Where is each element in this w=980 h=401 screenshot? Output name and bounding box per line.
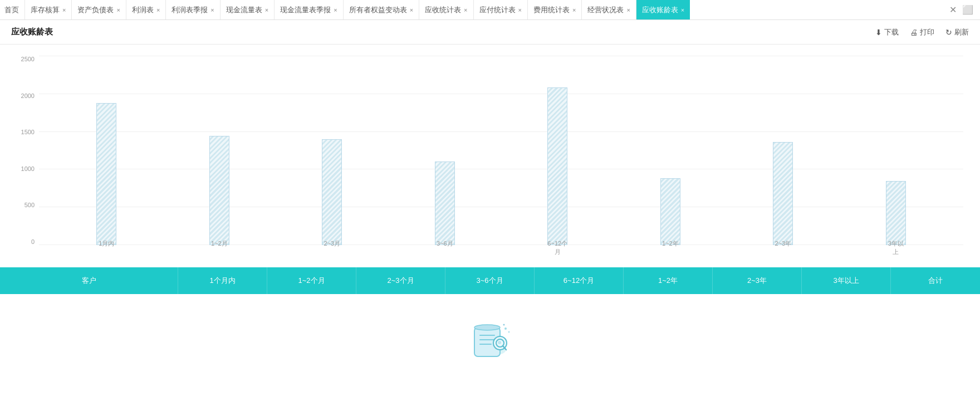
x-label-1-2year: 1~2年 xyxy=(660,239,680,256)
download-icon: ⬇ xyxy=(875,28,882,37)
tab-home-label: 首页 xyxy=(4,5,19,15)
tab-profit-quarterly-label: 利润表季报 xyxy=(171,5,208,15)
tab-receivable-stat-close[interactable]: × xyxy=(464,7,467,13)
tab-expense-stat[interactable]: 费用统计表 × xyxy=(528,0,582,20)
bar-3-6month xyxy=(435,162,455,245)
tab-equity-close[interactable]: × xyxy=(410,7,413,13)
refresh-button[interactable]: ↻ 刷新 xyxy=(945,27,969,37)
bar-group-1-2year xyxy=(660,178,680,245)
bar-group-1-2month xyxy=(209,136,229,245)
y-label-0: 0 xyxy=(31,238,35,245)
bars-row xyxy=(39,56,963,245)
header-actions: ⬇ 下载 🖨 打印 ↻ 刷新 xyxy=(875,27,969,37)
print-label: 打印 xyxy=(920,27,934,37)
tab-operating-label: 经营状况表 xyxy=(587,5,624,15)
x-label-2-3year: 2~3年 xyxy=(773,239,793,256)
tab-payable-stat-label: 应付统计表 xyxy=(479,5,516,15)
tab-payable-stat[interactable]: 应付统计表 × xyxy=(474,0,528,20)
refresh-label: 刷新 xyxy=(954,27,969,37)
tab-receivable-stat-label: 应收统计表 xyxy=(425,5,461,15)
empty-state-icon xyxy=(462,311,518,366)
tab-balance-label: 资产负债表 xyxy=(77,5,114,15)
download-label: 下载 xyxy=(884,27,899,37)
window-maximize-btn[interactable]: ⬜ xyxy=(962,4,973,15)
y-label-1500: 1500 xyxy=(21,129,35,135)
tab-expense-stat-close[interactable]: × xyxy=(572,7,576,13)
tab-home[interactable]: 首页 xyxy=(4,0,25,20)
tab-equity-label: 所有者权益变动表 xyxy=(349,5,407,15)
tab-cashflow-quarterly-label: 现金流量表季报 xyxy=(280,5,331,15)
x-label-1month: 1月内 xyxy=(96,239,116,256)
tab-operating-close[interactable]: × xyxy=(626,7,630,13)
th-6-12month: 6~12个月 xyxy=(535,267,624,294)
table-header: 客户 1个月内 1~2个月 2~3个月 3~6个月 6~12个月 1~2年 2~… xyxy=(0,267,980,294)
bar-2-3year xyxy=(773,142,793,245)
th-3plus: 3年以上 xyxy=(802,267,891,294)
tab-profit[interactable]: 利润表 × xyxy=(126,0,166,20)
download-button[interactable]: ⬇ 下载 xyxy=(875,27,899,37)
tab-cashflow-label: 现金流量表 xyxy=(226,5,262,15)
bar-group-3-6month xyxy=(435,162,455,245)
tab-cashflow-close[interactable]: × xyxy=(265,7,268,13)
tab-balance-close[interactable]: × xyxy=(116,7,120,13)
tab-aging[interactable]: 应收账龄表 × xyxy=(636,0,690,20)
y-label-2500-top: 2500 xyxy=(21,56,35,62)
tab-cashflow-quarterly-close[interactable]: × xyxy=(334,7,337,13)
tab-cashflow[interactable]: 现金流量表 × xyxy=(220,0,275,20)
bar-6-12month xyxy=(547,87,567,245)
bar-1-2year xyxy=(660,178,680,245)
tab-inventory[interactable]: 库存核算 × xyxy=(25,0,72,20)
refresh-icon: ↻ xyxy=(945,28,952,37)
tab-aging-close[interactable]: × xyxy=(681,7,684,13)
svg-point-14 xyxy=(503,324,505,326)
table-body xyxy=(0,294,980,383)
tab-profit-quarterly[interactable]: 利润表季报 × xyxy=(166,0,220,20)
th-total: 合计 xyxy=(891,267,980,294)
th-1-2year: 1~2年 xyxy=(624,267,713,294)
tab-expense-stat-label: 费用统计表 xyxy=(533,5,570,15)
th-2-3month: 2~3个月 xyxy=(356,267,445,294)
main-content: 2500 2000 1500 1000 500 0 xyxy=(0,45,980,401)
bar-group-3plus-year xyxy=(886,181,906,245)
svg-point-12 xyxy=(504,327,507,330)
tab-balance[interactable]: 资产负债表 × xyxy=(72,0,126,20)
tab-profit-close[interactable]: × xyxy=(156,7,160,13)
tab-inventory-label: 库存核算 xyxy=(31,5,60,15)
tab-operating[interactable]: 经营状况表 × xyxy=(582,0,636,20)
tab-profit-quarterly-close[interactable]: × xyxy=(210,7,214,13)
th-3-6month: 3~6个月 xyxy=(445,267,535,294)
x-label-1-2month: 1~2月 xyxy=(209,239,229,256)
tab-bar: 首页 库存核算 × 资产负债表 × 利润表 × 利润表季报 × 现金流量表 × … xyxy=(0,0,980,20)
bar-1month xyxy=(96,103,116,245)
bar-chart: 2500 2000 1500 1000 500 0 xyxy=(17,56,963,256)
y-label-1000: 1000 xyxy=(21,165,35,172)
tab-equity[interactable]: 所有者权益变动表 × xyxy=(344,0,419,20)
tab-inventory-close[interactable]: × xyxy=(62,7,66,13)
print-button[interactable]: 🖨 打印 xyxy=(910,27,934,37)
th-2-3year: 2~3年 xyxy=(713,267,802,294)
bar-3plus-year xyxy=(886,181,906,245)
svg-point-13 xyxy=(508,331,510,333)
print-icon: 🖨 xyxy=(910,28,918,37)
tab-payable-stat-close[interactable]: × xyxy=(518,7,522,13)
tab-aging-label: 应收账龄表 xyxy=(642,5,678,15)
y-axis: 2500 2000 1500 1000 500 0 xyxy=(17,56,39,256)
y-label-500: 500 xyxy=(24,202,35,208)
x-label-3-6month: 3~6月 xyxy=(435,239,455,256)
tab-cashflow-quarterly[interactable]: 现金流量表季报 × xyxy=(275,0,343,20)
th-1month: 1个月内 xyxy=(178,267,267,294)
chart-area: 2500 2000 1500 1000 500 0 xyxy=(0,45,980,267)
bar-group-2-3month xyxy=(322,139,342,245)
tab-profit-label: 利润表 xyxy=(132,5,154,15)
x-labels: 1月内 1~2月 2~3月 3~6月 6~12个月 1~2年 2~3年 3年以上 xyxy=(39,239,963,256)
window-controls: ✕ ⬜ xyxy=(949,4,976,15)
svg-point-11 xyxy=(498,341,501,344)
bar-group-2-3year xyxy=(773,142,793,245)
x-label-6-12month: 6~12个月 xyxy=(547,239,567,256)
page-header: 应收账龄表 ⬇ 下载 🖨 打印 ↻ 刷新 xyxy=(0,20,980,45)
x-label-3plus: 3年以上 xyxy=(886,239,906,256)
tab-receivable-stat[interactable]: 应收统计表 × xyxy=(419,0,473,20)
chart-inner: 1月内 1~2月 2~3月 3~6月 6~12个月 1~2年 2~3年 3年以上 xyxy=(39,56,963,256)
y-label-2000: 2000 xyxy=(21,92,35,99)
window-close-btn[interactable]: ✕ xyxy=(949,4,957,15)
